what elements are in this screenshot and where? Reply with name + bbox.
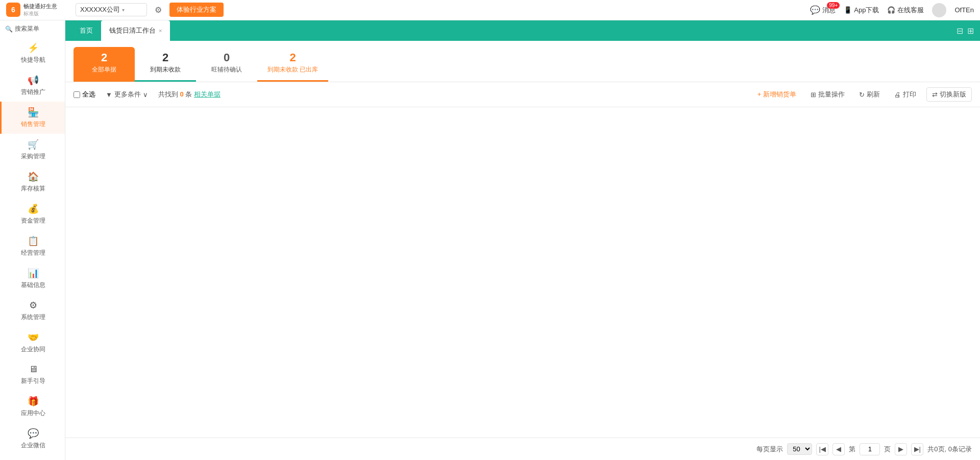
app-center-icon: 🎁 xyxy=(28,396,39,407)
sales-icon: 🏪 xyxy=(28,107,39,118)
sidebar-item-label: 系统管理 xyxy=(21,313,45,322)
more-filter-button[interactable]: ▼ 更多条件 ∨ xyxy=(102,88,152,101)
main-layout: 🔍 搜索菜单 ⚡ 快捷导航 📢 营销推广 🏪 销售管理 🛒 采购管理 🏠 库存核… xyxy=(0,20,980,460)
toolbar-left: 全选 ▼ 更多条件 ∨ 共找到 0 条 相关单据 xyxy=(74,88,220,101)
sidebar-item-label: 经营管理 xyxy=(21,249,45,257)
filter-icon: ▼ xyxy=(106,91,112,99)
sidebar-item-member[interactable]: ♦ 畅会员 xyxy=(0,455,65,460)
result-prefix: 共找到 xyxy=(158,90,178,98)
per-page-label: 每页显示 xyxy=(756,445,783,454)
switch-icon: ⇄ xyxy=(932,91,938,99)
top-bar: 6 畅捷通好生意 标准版 XXXXXX公司 ▾ ⚙ 体验行业方案 💬 消息 99… xyxy=(0,0,980,20)
select-all-checkbox[interactable]: 全选 xyxy=(74,90,95,99)
sidebar-item-capital[interactable]: 💰 资金管理 xyxy=(0,198,65,230)
sidebar-item-marketing[interactable]: 📢 营销推广 xyxy=(0,69,65,102)
related-link[interactable]: 相关单据 xyxy=(194,90,220,98)
tab-controls: ⊟ ⊞ xyxy=(957,26,974,36)
tab-work-bench[interactable]: 钱货日清工作台 × xyxy=(101,20,170,41)
new-version-button[interactable]: ⇄ 切换新版 xyxy=(926,87,972,102)
notification-button[interactable]: 💬 消息 99+ xyxy=(810,5,836,15)
sidebar-item-purchase[interactable]: 🛒 采购管理 xyxy=(0,134,65,166)
page-label-end: 页 xyxy=(884,445,891,454)
refresh-label: 刷新 xyxy=(867,90,880,99)
logo-text: 畅捷通好生意 xyxy=(23,3,57,10)
message-icon: 💬 xyxy=(810,5,820,15)
tab-work-bench-label: 钱货日清工作台 xyxy=(109,26,156,35)
batch-icon: ⊞ xyxy=(811,91,816,99)
table-area xyxy=(65,107,980,438)
stat-due-num: 2 xyxy=(145,51,186,64)
next-page-button[interactable]: ▶ xyxy=(895,443,907,455)
last-page-button[interactable]: ▶| xyxy=(911,443,923,455)
sidebar-item-basic-info[interactable]: 📊 基础信息 xyxy=(0,262,65,295)
chevron-down-icon: ▾ xyxy=(122,7,125,13)
sidebar-item-label: 快捷导航 xyxy=(21,56,45,64)
online-service-label: 在线客服 xyxy=(897,6,924,15)
purchase-icon: 🛒 xyxy=(28,139,39,150)
sidebar-item-label: 基础信息 xyxy=(21,281,45,289)
sidebar-item-sales[interactable]: 🏪 销售管理 xyxy=(0,102,65,134)
search-icon: 🔍 xyxy=(5,26,13,33)
tab-minimize-icon[interactable]: ⊟ xyxy=(957,26,963,36)
stat-tab-due[interactable]: 2 到期未收款 xyxy=(135,47,196,82)
add-order-label: + 新增销货单 xyxy=(757,90,796,99)
tab-home[interactable]: 首页 xyxy=(71,20,101,41)
sidebar-item-label: 库存核算 xyxy=(21,184,45,193)
cooperation-icon: 🤝 xyxy=(28,332,39,343)
logo-text-area: 畅捷通好生意 标准版 xyxy=(23,3,57,17)
content-area: 2 全部单据 2 到期未收款 0 旺辅待确认 2 到期未收款 已出库 xyxy=(65,41,980,460)
top-bar-right: 💬 消息 99+ 📱 App下载 🎧 在线客服 OfTEn xyxy=(810,3,974,17)
sidebar-item-label: 销售管理 xyxy=(21,120,45,129)
sidebar-search-label: 搜索菜单 xyxy=(15,25,39,33)
print-label: 打印 xyxy=(903,90,916,99)
quick-nav-icon: ⚡ xyxy=(28,42,39,54)
sidebar: 🔍 搜索菜单 ⚡ 快捷导航 📢 营销推广 🏪 销售管理 🛒 采购管理 🏠 库存核… xyxy=(0,20,65,460)
toolbar: 全选 ▼ 更多条件 ∨ 共找到 0 条 相关单据 xyxy=(65,82,980,107)
page-number-input[interactable] xyxy=(860,443,880,455)
company-selector[interactable]: XXXXXX公司 ▾ xyxy=(76,3,147,16)
app-download-button[interactable]: 📱 App下载 xyxy=(844,6,879,15)
settings-button[interactable]: ⚙ xyxy=(151,3,165,17)
stat-all-num: 2 xyxy=(84,51,125,64)
sidebar-item-guide[interactable]: 🖥 新手引导 xyxy=(0,359,65,391)
app-download-label: App下载 xyxy=(854,6,879,15)
result-count: 0 xyxy=(180,90,184,98)
refresh-button[interactable]: ↻ 刷新 xyxy=(855,88,884,101)
stat-unshipped-label: 到期未收款 已出库 xyxy=(267,65,318,74)
sidebar-item-inventory[interactable]: 🏠 库存核算 xyxy=(0,166,65,198)
trial-button[interactable]: 体验行业方案 xyxy=(169,3,224,17)
batch-operation-button[interactable]: ⊞ 批量操作 xyxy=(806,88,849,101)
sidebar-item-label: 采购管理 xyxy=(21,152,45,161)
sidebar-search[interactable]: 🔍 搜索菜单 xyxy=(0,20,65,37)
sidebar-item-cooperation[interactable]: 🤝 企业协同 xyxy=(0,327,65,359)
system-icon: ⚙ xyxy=(29,300,37,311)
logo-area: 6 畅捷通好生意 标准版 xyxy=(6,3,71,17)
stat-all-label: 全部单据 xyxy=(84,65,125,74)
per-page-select[interactable]: 50 xyxy=(787,443,812,455)
avatar[interactable] xyxy=(932,3,946,17)
tab-close-icon[interactable]: × xyxy=(159,28,162,34)
new-version-label: 切换新版 xyxy=(940,90,966,99)
sidebar-item-label: 企业协同 xyxy=(21,345,45,354)
select-all-input[interactable] xyxy=(74,91,80,98)
filter-label: 更多条件 xyxy=(114,90,141,99)
sidebar-item-quick-nav[interactable]: ⚡ 快捷导航 xyxy=(0,37,65,69)
stat-tab-all[interactable]: 2 全部单据 xyxy=(74,47,135,82)
add-order-button[interactable]: + 新增销货单 xyxy=(753,88,800,101)
user-name: OfTEn xyxy=(954,6,974,14)
sidebar-item-management[interactable]: 📋 经营管理 xyxy=(0,230,65,262)
stat-tab-wangdai[interactable]: 0 旺辅待确认 xyxy=(196,47,257,82)
management-icon: 📋 xyxy=(28,235,39,247)
stat-unshipped-num: 2 xyxy=(267,51,318,64)
sidebar-item-system[interactable]: ⚙ 系统管理 xyxy=(0,295,65,327)
tab-maximize-icon[interactable]: ⊞ xyxy=(967,26,974,36)
sidebar-item-label: 企业微信 xyxy=(21,441,45,450)
sidebar-item-wechat[interactable]: 💬 企业微信 xyxy=(0,423,65,455)
first-page-button[interactable]: |◀ xyxy=(816,443,828,455)
stat-tab-unshipped[interactable]: 2 到期未收款 已出库 xyxy=(257,47,328,82)
company-name: XXXXXX公司 xyxy=(80,5,120,14)
prev-page-button[interactable]: ◀ xyxy=(832,443,845,455)
print-button[interactable]: 🖨 打印 xyxy=(890,88,920,101)
online-service-button[interactable]: 🎧 在线客服 xyxy=(887,6,924,15)
sidebar-item-app-center[interactable]: 🎁 应用中心 xyxy=(0,391,65,423)
